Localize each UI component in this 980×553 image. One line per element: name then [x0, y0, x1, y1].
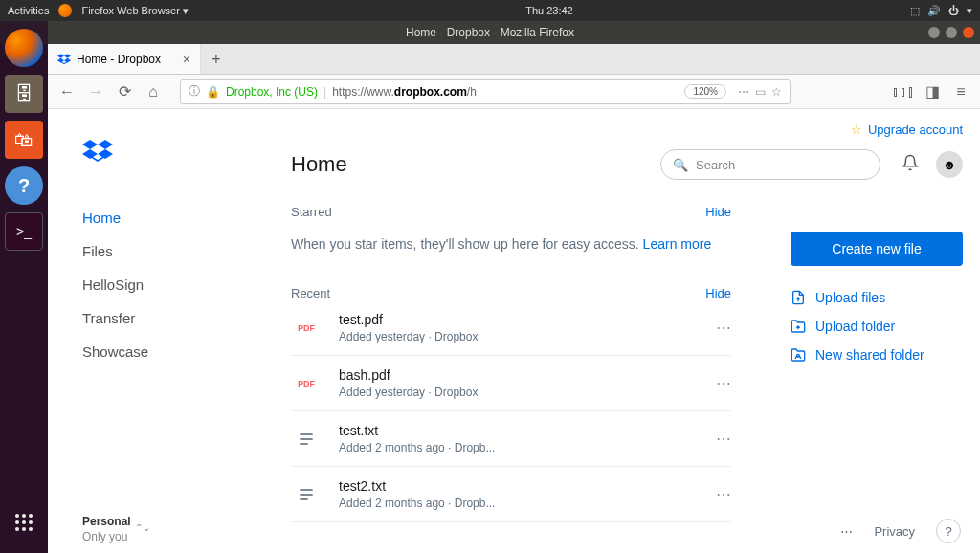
site-identity[interactable]: Dropbox, Inc (US): [226, 85, 318, 99]
new-shared-folder-link[interactable]: New shared folder: [791, 341, 963, 369]
file-more-icon[interactable]: ⋯: [716, 374, 731, 392]
system-clock[interactable]: Thu 23:42: [189, 5, 910, 16]
upload-folder-link[interactable]: Upload folder: [791, 312, 963, 341]
file-row[interactable]: PDF bash.pdf Added yesterday · Dropbox ⋯: [291, 356, 731, 411]
search-placeholder: Search: [696, 158, 735, 172]
dock-firefox-icon[interactable]: [5, 29, 43, 67]
page-content: ☆ Upgrade account Home Files HelloSign T…: [48, 109, 980, 553]
page-footer: ⋯ Privacy ?: [840, 519, 961, 543]
pdf-file-icon: PDF: [291, 313, 322, 343]
privacy-link[interactable]: Privacy: [874, 524, 915, 539]
browser-tab[interactable]: Home - Dropbox ×: [48, 44, 201, 74]
upload-files-link[interactable]: Upload files: [791, 283, 963, 312]
window-minimize-button[interactable]: [928, 27, 940, 38]
search-input[interactable]: 🔍 Search: [660, 149, 880, 180]
file-row[interactable]: PDF test.pdf Added yesterday · Dropbox ⋯: [291, 300, 731, 356]
create-new-file-button[interactable]: Create new file: [791, 232, 963, 266]
browser-window: Home - Dropbox × + ← → ⟳ ⌂ ⓘ 🔒 Dropbox, …: [48, 44, 980, 553]
file-name: test.pdf: [339, 312, 699, 327]
dock-apps-button[interactable]: [5, 503, 43, 542]
notifications-icon[interactable]: [902, 154, 919, 175]
system-top-bar: Activities Firefox Web Browser ▾ Thu 23:…: [0, 0, 980, 21]
power-icon[interactable]: ⏻: [948, 5, 959, 17]
file-more-icon[interactable]: ⋯: [716, 319, 731, 337]
account-who: Only you: [82, 530, 131, 543]
menu-icon[interactable]: ≡: [949, 80, 972, 103]
chevron-updown-icon: ⌃⌄: [135, 522, 150, 533]
shared-folder-icon: [791, 347, 806, 363]
txt-file-icon: [291, 479, 322, 510]
reader-icon[interactable]: ▭: [755, 85, 766, 99]
bookmark-star-icon[interactable]: ☆: [771, 85, 782, 99]
library-icon[interactable]: ⫾⫾⫿: [892, 80, 915, 103]
upload-folder-icon: [791, 319, 806, 334]
starred-heading: Starred: [291, 205, 332, 219]
system-menu-icon[interactable]: ▾: [967, 5, 972, 17]
help-icon[interactable]: ?: [936, 519, 961, 543]
file-row[interactable]: test.txt Added 2 months ago · Dropb... ⋯: [291, 411, 731, 467]
starred-hide-link[interactable]: Hide: [705, 205, 731, 219]
dock-files-icon[interactable]: 🗄: [5, 75, 43, 113]
activities-button[interactable]: Activities: [8, 5, 49, 16]
file-meta: Added 2 months ago · Dropb...: [339, 497, 699, 510]
sidebar-item-home[interactable]: Home: [82, 201, 255, 234]
window-close-button[interactable]: [963, 27, 974, 38]
upgrade-link[interactable]: Upgrade account: [868, 122, 963, 137]
footer-more-icon[interactable]: ⋯: [840, 524, 853, 539]
sidebar-item-showcase[interactable]: Showcase: [82, 335, 255, 368]
avatar[interactable]: ☻: [936, 151, 963, 178]
learn-more-link[interactable]: Learn more: [643, 236, 712, 252]
file-row[interactable]: test2.txt Added 2 months ago · Dropb... …: [291, 467, 731, 522]
network-icon[interactable]: ⬚: [910, 5, 920, 17]
dropbox-favicon-icon: [57, 53, 71, 66]
reload-button[interactable]: ⟳: [113, 80, 136, 103]
window-maximize-button[interactable]: [946, 27, 957, 38]
lock-icon: 🔒: [206, 85, 220, 99]
upload-files-icon: [791, 290, 806, 305]
zoom-indicator[interactable]: 120%: [684, 84, 726, 99]
recent-heading: Recent: [291, 286, 330, 300]
file-name: test2.txt: [339, 478, 699, 494]
back-button[interactable]: ←: [56, 80, 78, 103]
file-name: test.txt: [339, 423, 699, 438]
upgrade-star-icon: ☆: [851, 122, 862, 137]
new-tab-button[interactable]: +: [201, 44, 232, 74]
dock-terminal-icon[interactable]: >_: [5, 212, 43, 251]
file-meta: Added 2 months ago · Dropb...: [339, 441, 699, 454]
url-bar[interactable]: ⓘ 🔒 Dropbox, Inc (US) | https://www.drop…: [180, 79, 791, 104]
main-content: Starred Hide When you star items, they'l…: [291, 197, 731, 522]
url-text: https://www.dropbox.com/h: [332, 85, 477, 99]
sidebar-item-files[interactable]: Files: [82, 234, 255, 268]
actions-panel: Create new file Upload files Upload fold…: [791, 232, 963, 369]
firefox-indicator-icon: [58, 4, 72, 17]
file-name: bash.pdf: [339, 367, 699, 383]
ubuntu-dock: 🗄 🛍 ? >_: [0, 21, 48, 553]
tab-close-button[interactable]: ×: [183, 52, 190, 67]
file-meta: Added yesterday · Dropbox: [339, 330, 699, 343]
file-meta: Added yesterday · Dropbox: [339, 386, 699, 399]
file-more-icon[interactable]: ⋯: [716, 430, 731, 448]
tab-bar: Home - Dropbox × +: [48, 44, 980, 75]
page-title: Home: [291, 152, 347, 177]
file-more-icon[interactable]: ⋯: [716, 485, 731, 503]
info-icon[interactable]: ⓘ: [189, 83, 200, 100]
search-icon: 🔍: [673, 158, 688, 172]
dock-help-icon[interactable]: ?: [5, 166, 43, 205]
account-plan: Personal: [82, 515, 131, 528]
page-actions-icon[interactable]: ⋯: [738, 85, 749, 99]
sidebar-item-hellosign[interactable]: HelloSign: [82, 268, 255, 301]
account-switcher[interactable]: Personal Only you ⌃⌄: [82, 515, 131, 543]
sidebar-icon[interactable]: ◨: [921, 80, 944, 103]
forward-button[interactable]: →: [84, 80, 107, 103]
txt-file-icon: [291, 424, 322, 454]
nav-bar: ← → ⟳ ⌂ ⓘ 🔒 Dropbox, Inc (US) | https://…: [48, 75, 980, 109]
home-button[interactable]: ⌂: [142, 80, 165, 103]
dock-software-icon[interactable]: 🛍: [5, 121, 43, 159]
recent-hide-link[interactable]: Hide: [705, 286, 731, 300]
dropbox-logo-icon[interactable]: [82, 140, 113, 166]
sidebar-item-transfer[interactable]: Transfer: [82, 301, 255, 335]
pdf-file-icon: PDF: [291, 368, 322, 399]
volume-icon[interactable]: 🔊: [927, 5, 941, 17]
app-menu[interactable]: Firefox Web Browser ▾: [81, 5, 189, 17]
dropbox-sidebar: Home Files HelloSign Transfer Showcase: [82, 140, 255, 368]
